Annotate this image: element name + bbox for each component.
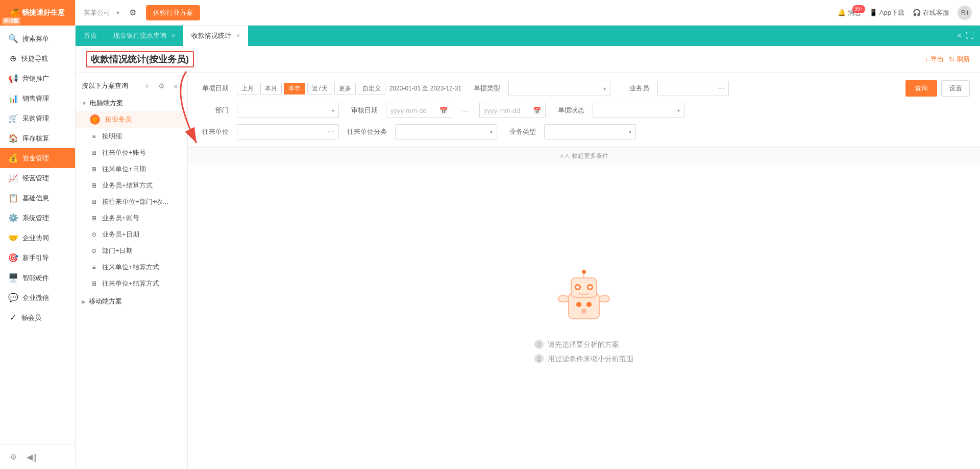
scheme-settings-btn[interactable]: ⚙	[156, 80, 167, 91]
filter-actions: 查询 设置	[905, 80, 970, 97]
refresh-btn[interactable]: ↻ 刷新	[949, 55, 970, 64]
tab-maximize-btn[interactable]: ⛶	[966, 31, 974, 40]
sidebar-item-inventory[interactable]: 🏠 库存核算	[0, 128, 75, 148]
tab-collection-close[interactable]: ×	[236, 32, 240, 39]
tab-collection-label: 收款情况统计	[191, 31, 231, 40]
online-service-label: 在线客服	[923, 8, 949, 17]
filter-row-3: 往来单位 ··· 往来单位分类 ▾ 业务类型 ▾	[198, 124, 970, 139]
calendar-icon: 📅	[439, 107, 448, 114]
desktop-scheme-group: ▼ 电脑端方案 🔶 按业务员 ≡ 按明细 ⊞ 往来单位+账号	[76, 96, 187, 292]
tab-bank-close[interactable]: ×	[172, 32, 175, 39]
tab-close-all-btn[interactable]: ×	[957, 31, 962, 40]
date-tab-more[interactable]: 更多	[334, 83, 356, 95]
topbar-breadcrumb: 某某公司	[84, 8, 110, 17]
salesman-select[interactable]: ···	[657, 81, 729, 96]
sidebar-item-finance[interactable]: 💰 资金管理	[0, 148, 75, 168]
export-btn[interactable]: ↑ 导出	[925, 55, 944, 64]
tab-bank[interactable]: 现金银行流水查询 ×	[105, 26, 183, 46]
review-date-end[interactable]: yyyy-mm-dd 📅	[479, 103, 546, 118]
doc-type-label: 单据类型	[470, 84, 500, 93]
date-tab-last-month[interactable]: 上月	[237, 83, 258, 95]
right-panel: 单据日期 上月 本月 本年 近7天 更多 自定义 2023-01-01 至 20…	[188, 73, 980, 469]
step-num-1: 1	[534, 340, 544, 349]
date-tab-this-month[interactable]: 本月	[260, 83, 282, 95]
add-scheme-btn[interactable]: +	[141, 80, 153, 91]
refresh-label: 刷新	[957, 55, 970, 64]
page-title: 收款情况统计(按业务员)	[86, 51, 194, 67]
service-icon: 🎧	[913, 9, 921, 16]
sidebar-settings-btn[interactable]: ⚙	[6, 450, 20, 464]
scheme-label-dept-date: 部门+日期	[102, 246, 133, 255]
svg-point-7	[582, 270, 586, 274]
sidebar-item-operations[interactable]: 📈 经营管理	[0, 168, 75, 188]
sidebar-label-operations: 经营管理	[22, 174, 49, 183]
svg-rect-9	[599, 296, 609, 302]
scheme-label-salesman-date: 业务员+日期	[102, 230, 139, 239]
partner-select[interactable]: ···	[237, 124, 339, 139]
message-btn[interactable]: 🔔 消息 99+	[838, 8, 861, 17]
date-tab-custom[interactable]: 自定义	[358, 83, 385, 95]
system-icon: ⚙️	[8, 213, 18, 223]
date-range-display: 2023-01-01 至 2023-12-31	[389, 84, 461, 93]
svg-rect-8	[558, 296, 569, 302]
sidebar-item-wechat[interactable]: 💬 企业微信	[0, 288, 75, 308]
settings-btn[interactable]: 设置	[941, 80, 970, 97]
collapse-bar[interactable]: ∧∧ 收起更多条件	[188, 147, 980, 165]
online-service-btn[interactable]: 🎧 在线客服	[913, 8, 949, 17]
app-logo: 🍊 畅捷通好生意 标准版	[0, 0, 75, 26]
salesman-label: 业务员	[619, 84, 649, 93]
sidebar-item-search[interactable]: 🔍 搜索菜单	[0, 29, 75, 49]
partner-category-select[interactable]: ▾	[395, 124, 497, 139]
sidebar-item-member[interactable]: ✓ 畅会员	[0, 308, 75, 327]
svg-point-11	[586, 302, 592, 307]
collapse-panel-btn[interactable]: «	[170, 80, 181, 91]
scheme-item-unit-payment2[interactable]: ⊞ 往来单位+结算方式	[76, 275, 187, 292]
sidebar-label-search: 搜索菜单	[22, 34, 49, 43]
trial-btn[interactable]: 体验行业方案	[146, 5, 200, 20]
doc-status-select[interactable]: ▾	[593, 103, 684, 118]
scheme-item-unit-account[interactable]: ⊞ 往来单位+账号	[76, 145, 187, 161]
mobile-group-header[interactable]: ▶ 移动端方案	[76, 294, 187, 309]
svg-point-5	[589, 286, 592, 289]
scheme-item-unit-dept[interactable]: ⊞ 按往来单位+部门+收...	[76, 194, 187, 210]
review-date-start[interactable]: yyyy-mm-dd 📅	[386, 103, 452, 118]
scheme-item-salesman-date[interactable]: ⊙ 业务员+日期	[76, 226, 187, 243]
filter-row-1: 单据日期 上月 本月 本年 近7天 更多 自定义 2023-01-01 至 20…	[198, 80, 970, 97]
sidebar-item-enterprise[interactable]: 🤝 企业协同	[0, 228, 75, 248]
scheme-icon-detail: ≡	[90, 132, 98, 140]
date-tab-this-year[interactable]: 本年	[284, 83, 305, 95]
doc-type-select[interactable]: ▾	[508, 81, 610, 96]
sidebar-item-system[interactable]: ⚙️ 系统管理	[0, 208, 75, 228]
scheme-item-by-salesman[interactable]: 🔶 按业务员	[76, 111, 187, 128]
user-avatar-btn[interactable]: Rit	[958, 6, 972, 20]
scheme-item-salesman-payment[interactable]: ⊞ 业务员+结算方式	[76, 177, 187, 194]
tab-home[interactable]: 首页	[76, 26, 105, 46]
sidebar-item-marketing[interactable]: 📢 营销推广	[0, 68, 75, 88]
purchase-icon: 🛒	[8, 113, 18, 123]
app-download-btn[interactable]: 📱 App下载	[869, 8, 904, 17]
partner-more-dots: ···	[328, 127, 334, 136]
sidebar-item-quicknav[interactable]: ⊕ 快捷导航	[0, 49, 75, 68]
collapse-label: 收起更多条件	[572, 152, 608, 159]
sidebar-label-system: 系统管理	[22, 214, 49, 223]
topbar-settings-btn[interactable]: ⚙	[126, 6, 140, 20]
sidebar-item-purchase[interactable]: 🛒 采购管理	[0, 108, 75, 128]
sidebar-item-hardware[interactable]: 🖥️ 智能硬件	[0, 268, 75, 288]
dept-select[interactable]: ▾	[237, 103, 339, 118]
scheme-item-salesman-account[interactable]: ⊞ 业务员+账号	[76, 210, 187, 226]
sidebar-collapse-btn[interactable]: ◀‖	[24, 450, 39, 464]
sidebar-label-wechat: 企业微信	[22, 293, 49, 302]
date-tab-7days[interactable]: 近7天	[307, 83, 332, 95]
query-btn[interactable]: 查询	[905, 80, 937, 97]
sales-icon: 📊	[8, 93, 18, 103]
sidebar-item-basics[interactable]: 📋 基础信息	[0, 188, 75, 208]
biz-type-select[interactable]: ▾	[544, 124, 636, 139]
scheme-item-unit-date[interactable]: ⊞ 往来单位+日期	[76, 161, 187, 177]
scheme-item-by-detail[interactable]: ≡ 按明细	[76, 128, 187, 145]
sidebar-item-sales[interactable]: 📊 销售管理	[0, 88, 75, 108]
sidebar-item-guide[interactable]: 🎯 新手引导	[0, 248, 75, 268]
desktop-group-header[interactable]: ▼ 电脑端方案	[76, 96, 187, 111]
scheme-item-unit-payment1[interactable]: ≡ 往来单位+结算方式	[76, 259, 187, 275]
scheme-item-dept-date[interactable]: ⊙ 部门+日期	[76, 243, 187, 259]
tab-collection[interactable]: 收款情况统计 ×	[183, 26, 248, 46]
